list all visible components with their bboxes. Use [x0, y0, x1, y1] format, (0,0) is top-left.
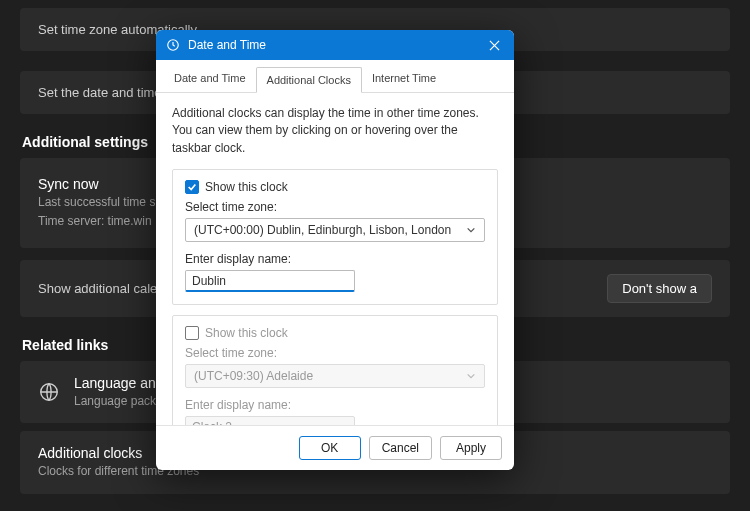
dialog-tabs: Date and Time Additional Clocks Internet… — [156, 60, 514, 93]
apply-button[interactable]: Apply — [440, 436, 502, 460]
chevron-down-icon — [466, 371, 476, 381]
globe-icon — [38, 381, 60, 403]
clock2-display-name-input[interactable]: Clock 2 — [185, 416, 355, 425]
clock2-tz-label: Select time zone: — [185, 346, 485, 360]
clock1-show-label: Show this clock — [205, 180, 288, 194]
clock1-timezone-value: (UTC+00:00) Dublin, Edinburgh, Lisbon, L… — [194, 223, 451, 237]
close-icon — [489, 40, 500, 51]
lang-title: Language and — [74, 375, 164, 391]
row-show-cal-label: Show additional calen — [38, 281, 164, 296]
check-icon — [187, 182, 197, 192]
clock1-timezone-select[interactable]: (UTC+00:00) Dublin, Edinburgh, Lisbon, L… — [185, 218, 485, 242]
clock2-show-label: Show this clock — [205, 326, 288, 340]
clock-icon — [166, 38, 180, 52]
clock1-group: Show this clock Select time zone: (UTC+0… — [172, 169, 498, 305]
dialog-body: Additional clocks can display the time i… — [156, 93, 514, 425]
clock1-show-checkbox[interactable] — [185, 180, 199, 194]
cancel-button[interactable]: Cancel — [369, 436, 432, 460]
clock1-display-name-value: Dublin — [192, 274, 226, 288]
lang-sub: Language packs — [74, 393, 164, 410]
dialog-titlebar[interactable]: Date and Time — [156, 30, 514, 60]
clock1-name-label: Enter display name: — [185, 252, 485, 266]
dont-show-label: Don't show a — [622, 281, 697, 296]
dialog-footer: OK Cancel Apply — [156, 425, 514, 470]
clock2-timezone-select[interactable]: (UTC+09:30) Adelaide — [185, 364, 485, 388]
clock2-name-label: Enter display name: — [185, 398, 485, 412]
ok-button[interactable]: OK — [299, 436, 361, 460]
dialog-title: Date and Time — [188, 38, 266, 52]
clock2-timezone-value: (UTC+09:30) Adelaide — [194, 369, 313, 383]
date-time-dialog: Date and Time Date and Time Additional C… — [156, 30, 514, 470]
row-set-datetime-label: Set the date and time — [38, 85, 162, 100]
close-button[interactable] — [484, 35, 504, 55]
clock2-show-checkbox[interactable] — [185, 326, 199, 340]
dialog-description: Additional clocks can display the time i… — [172, 105, 498, 157]
tab-date-time[interactable]: Date and Time — [164, 66, 256, 92]
tab-internet-time[interactable]: Internet Time — [362, 66, 446, 92]
clock1-tz-label: Select time zone: — [185, 200, 485, 214]
clock1-display-name-input[interactable]: Dublin — [185, 270, 355, 292]
chevron-down-icon — [466, 225, 476, 235]
dont-show-dropdown[interactable]: Don't show a — [607, 274, 712, 303]
clock2-group: Show this clock Select time zone: (UTC+0… — [172, 315, 498, 425]
tab-additional-clocks[interactable]: Additional Clocks — [256, 67, 362, 93]
